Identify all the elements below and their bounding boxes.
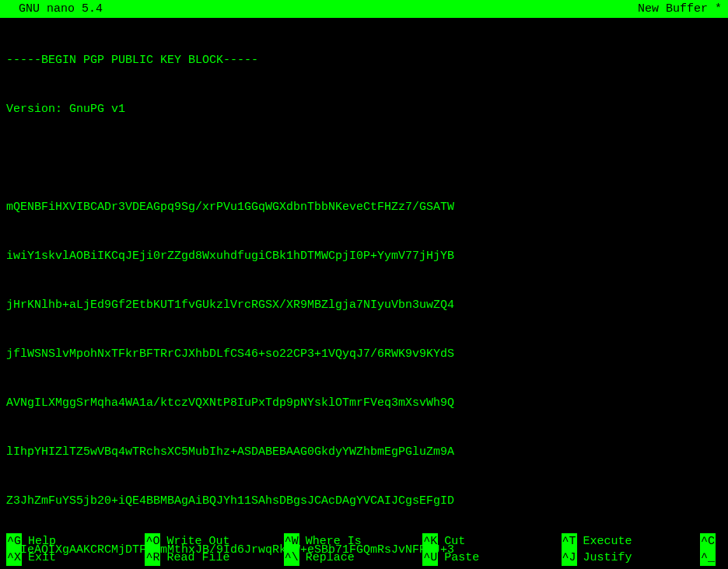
editor-content[interactable]: -----BEGIN PGP PUBLIC KEY BLOCK----- Ver… <box>0 18 728 569</box>
shortcut-read-file[interactable]: ^R Read File <box>145 550 283 566</box>
shortcut-key: ^J <box>562 550 577 566</box>
shortcut-paste[interactable]: ^U Paste <box>422 550 561 566</box>
app-name: GNU nano 5.4 <box>6 1 103 17</box>
text-line <box>6 150 722 166</box>
text-line: AVNgILXMggSrMqha4WA1a/ktczVQXNtP8IuPxTdp… <box>6 395 722 411</box>
text-line: jflWSNSlvMpohNxTFkrBFTRrCJXhbDLfCS46+so2… <box>6 346 722 362</box>
text-line: -----BEGIN PGP PUBLIC KEY BLOCK----- <box>6 52 722 68</box>
text-line: Version: GnuPG v1 <box>6 101 722 117</box>
shortcut-label: Help <box>28 533 56 550</box>
text-line: jHrKNlhb+aLjEd9Gf2EtbKUT1fvGUkzlVrcRGSX/… <box>6 297 722 313</box>
shortcut-label: Cut <box>444 533 465 550</box>
shortcut-key: ^X <box>6 550 22 566</box>
shortcut-row-1: ^G Help ^O Write Out ^W Where Is ^K Cut … <box>6 533 722 550</box>
shortcut-key: ^_ <box>700 550 716 566</box>
shortcut-goto-line[interactable]: ^_ <box>700 550 722 566</box>
shortcut-replace[interactable]: ^\ Replace <box>284 550 422 566</box>
shortcut-execute[interactable]: ^T Execute <box>562 533 700 550</box>
shortcut-justify[interactable]: ^J Justify <box>562 550 700 566</box>
shortcut-cut[interactable]: ^K Cut <box>422 533 561 550</box>
titlebar: GNU nano 5.4 New Buffer * <box>0 0 728 18</box>
shortcut-label: Justify <box>583 550 632 566</box>
shortcut-key: ^U <box>422 550 438 566</box>
shortcut-label: Where Is <box>306 533 362 550</box>
text-line: iwiY1skvlAOBiIKCqJEji0rZZgd8WxuhdfugiCBk… <box>6 248 722 264</box>
shortcut-key: ^\ <box>284 550 299 566</box>
shortcut-key: ^W <box>284 533 299 550</box>
shortcut-key: ^O <box>145 533 160 550</box>
shortcut-help[interactable]: ^G Help <box>6 533 145 550</box>
shortcut-key: ^G <box>6 533 22 550</box>
shortcut-write-out[interactable]: ^O Write Out <box>145 533 283 550</box>
text-line: mQENBFiHXVIBCADr3VDEAGpq9Sg/xrPVu1GGqWGX… <box>6 199 722 215</box>
text-line: Z3JhZmFuYS5jb20+iQE4BBMBAgAiBQJYh11SAhsD… <box>6 493 722 509</box>
buffer-status: New Buffer * <box>638 1 722 17</box>
shortcut-key: ^R <box>145 550 160 566</box>
shortcut-label: Paste <box>444 550 479 566</box>
shortcut-key: ^C <box>700 533 716 550</box>
shortcut-location[interactable]: ^C <box>700 533 722 550</box>
shortcut-row-2: ^X Exit ^R Read File ^\ Replace ^U Paste… <box>6 550 722 566</box>
shortcut-bar: ^G Help ^O Write Out ^W Where Is ^K Cut … <box>0 533 728 569</box>
shortcut-exit[interactable]: ^X Exit <box>6 550 145 566</box>
text-line: lIhpYHIZlTZ5wVBq4wTRchsXC5MubIhz+ASDABEB… <box>6 444 722 460</box>
shortcut-label: Exit <box>28 550 56 566</box>
shortcut-key: ^T <box>562 533 577 550</box>
shortcut-label: Replace <box>306 550 355 566</box>
shortcut-label: Execute <box>583 533 632 550</box>
shortcut-where-is[interactable]: ^W Where Is <box>284 533 422 550</box>
shortcut-label: Read File <box>166 550 229 566</box>
shortcut-key: ^K <box>422 533 438 550</box>
shortcut-label: Write Out <box>166 533 229 550</box>
